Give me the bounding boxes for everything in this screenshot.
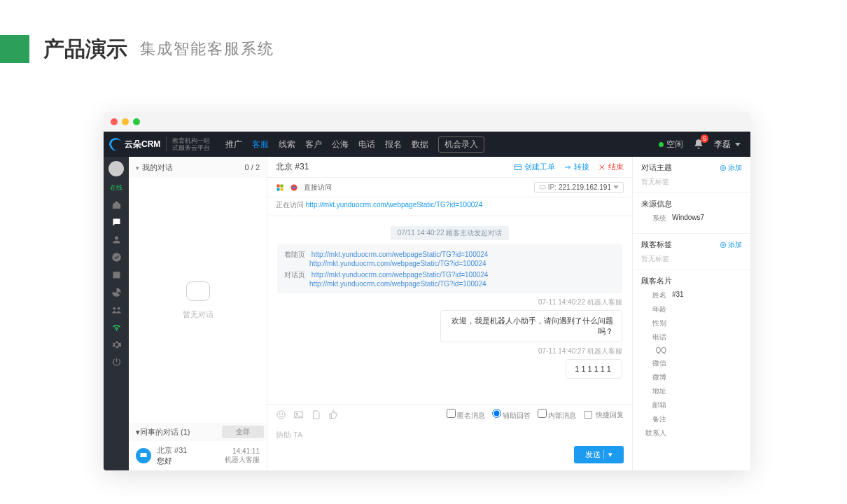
dialog-link-1[interactable]: http://mkt.yunduocrm.com/webpageStatic/T… — [309, 280, 486, 288]
add-tag-button[interactable]: 添加 — [720, 240, 742, 250]
nav-home[interactable] — [111, 200, 122, 210]
my-conversations-header[interactable]: ▾我的对话 0 / 2 — [129, 157, 267, 178]
end-button[interactable]: 结束 — [598, 162, 624, 172]
zoom-dot[interactable] — [133, 118, 140, 125]
nav-calendar[interactable] — [111, 270, 122, 280]
add-topic-button[interactable]: 添加 — [720, 163, 742, 173]
calendar-icon — [111, 270, 122, 280]
my-conv-count: 0 / 2 — [245, 163, 260, 172]
close-icon — [598, 163, 606, 172]
brand-tagline: 教育机构一站 式服务云平台 — [166, 137, 210, 151]
nav-wifi[interactable] — [111, 322, 122, 332]
landing-info-card: 着陆页 http://mkt.yunduocrm.com/webpageStat… — [277, 244, 622, 293]
emoji-icon[interactable] — [276, 410, 286, 420]
quick-reply-button[interactable]: 快捷回复 — [583, 410, 624, 420]
monitor-icon — [136, 448, 151, 463]
close-dot[interactable] — [111, 118, 118, 125]
internal-checkbox[interactable]: 内部消息 — [538, 409, 576, 421]
chat-scroll[interactable]: 07/11 14:40:22 顾客主动发起对话 着陆页 http://mkt.y… — [267, 216, 632, 404]
file-icon[interactable] — [311, 410, 321, 420]
svg-rect-1 — [281, 184, 284, 187]
monitor-small-icon — [539, 184, 546, 191]
image-icon[interactable] — [293, 410, 304, 420]
dialog-link-0[interactable]: http://mkt.yunduocrm.com/webpageStatic/T… — [312, 271, 489, 279]
nav-team[interactable] — [111, 304, 122, 315]
peer-conversations-header[interactable]: ▾同事的对话 (1) 全部 — [129, 423, 267, 441]
icon-sidebar: 在线 — [104, 157, 129, 470]
direct-visit-label: 直接访问 — [304, 183, 332, 192]
power-icon — [111, 357, 122, 368]
nav-chart[interactable] — [111, 287, 122, 298]
notifications-button[interactable]: 5 — [693, 139, 704, 150]
user-menu[interactable]: 李磊 — [714, 139, 741, 150]
svg-point-7 — [279, 414, 280, 414]
nav-items: 推广 客服 线索 客户 公海 电话 报名 数据 机会录入 — [225, 136, 484, 153]
assist-radio[interactable]: 辅助回答 — [492, 409, 531, 421]
create-ticket-button[interactable]: 创建工单 — [514, 162, 555, 172]
msg2-meta: 07-11 14:40:27 机器人客服 — [277, 346, 622, 356]
online-status: 在线 — [110, 183, 122, 192]
svg-point-5 — [293, 186, 295, 189]
app-window: 云朵CRM 教育机构一站 式服务云平台 推广 客服 线索 客户 公海 电话 报名… — [104, 112, 750, 470]
pie-chart-icon — [111, 287, 122, 298]
source-title: 来源信息 — [641, 199, 672, 209]
presence-status[interactable]: 空闲 — [659, 139, 683, 150]
svg-rect-2 — [277, 188, 280, 190]
gear-icon — [111, 340, 122, 350]
nav-settings[interactable] — [111, 340, 122, 350]
svg-point-6 — [277, 411, 285, 419]
transfer-button[interactable]: 转接 — [564, 162, 589, 172]
nav-user[interactable] — [111, 234, 122, 245]
landing-link-0[interactable]: http://mkt.yunduocrm.com/webpageStatic/T… — [312, 251, 489, 258]
logo-icon — [107, 136, 123, 152]
slide-header: 产品演示 集成智能客服系统 — [0, 35, 274, 63]
svg-rect-3 — [281, 188, 284, 190]
chevron-down-icon[interactable] — [613, 186, 619, 189]
nav-calls[interactable]: 电话 — [358, 139, 375, 150]
nav-service[interactable]: 客服 — [252, 139, 269, 150]
plus-circle-icon — [720, 241, 727, 248]
visiting-link[interactable]: http://mkt.yunduocrm.com/webpageStatic/T… — [306, 201, 483, 209]
nav-promotion[interactable]: 推广 — [225, 139, 242, 150]
chat-icon — [111, 217, 122, 227]
nav-leads[interactable]: 线索 — [279, 139, 295, 150]
msg1-meta: 07-11 14:40:22 机器人客服 — [277, 298, 622, 307]
filter-all-button[interactable]: 全部 — [222, 426, 264, 438]
minimize-dot[interactable] — [122, 118, 129, 125]
svg-rect-11 — [585, 412, 592, 419]
chat-title: 北京 #31 — [276, 161, 309, 173]
svg-point-10 — [296, 413, 298, 414]
nav-customers[interactable]: 客户 — [305, 139, 322, 150]
window-titlebar — [104, 112, 750, 132]
quick-reply-icon — [583, 410, 594, 420]
chrome-icon — [290, 183, 298, 192]
user-avatar[interactable] — [108, 161, 124, 176]
chat-panel: 北京 #31 创建工单 转接 结束 直接访问 IP: 221.219.162.1… — [267, 157, 633, 470]
ticket-icon — [514, 163, 522, 172]
user-name: 李磊 — [714, 139, 731, 150]
nav-enroll[interactable]: 报名 — [385, 139, 402, 150]
brand-logo[interactable]: 云朵CRM 教育机构一站 式服务云平台 — [104, 132, 216, 157]
landing-link-1[interactable]: http://mkt.yunduocrm.com/webpageStatic/T… — [309, 260, 486, 267]
empty-chat-icon — [186, 281, 210, 301]
message-input[interactable] — [276, 430, 624, 439]
nav-pool[interactable]: 公海 — [332, 139, 349, 150]
record-opportunity-button[interactable]: 机会录入 — [438, 136, 484, 153]
nav-chat[interactable] — [111, 217, 122, 227]
top-nav: 云朵CRM 教育机构一站 式服务云平台 推广 客服 线索 客户 公海 电话 报名… — [104, 132, 750, 157]
svg-rect-0 — [277, 184, 280, 187]
conversation-item[interactable]: 北京 #31 您好 14:41:11 机器人客服 — [129, 441, 267, 470]
topic-title: 对话主题 — [641, 162, 672, 173]
ip-box: IP: 221.219.162.191 — [534, 182, 624, 192]
slide-title: 产品演示 — [43, 35, 127, 64]
send-button[interactable]: 发送▾ — [574, 446, 624, 463]
nav-power[interactable] — [111, 357, 122, 368]
anon-checkbox[interactable]: 匿名消息 — [447, 409, 485, 421]
transfer-icon — [564, 163, 572, 172]
nav-data[interactable]: 数据 — [412, 139, 428, 150]
msg1-bubble: 欢迎，我是机器人小助手，请问遇到了什么问题吗？ — [440, 310, 622, 342]
card-title: 顾客名片 — [641, 276, 672, 286]
thumbs-up-icon[interactable] — [328, 410, 339, 420]
nav-check[interactable] — [111, 252, 122, 262]
svg-point-8 — [282, 414, 283, 414]
